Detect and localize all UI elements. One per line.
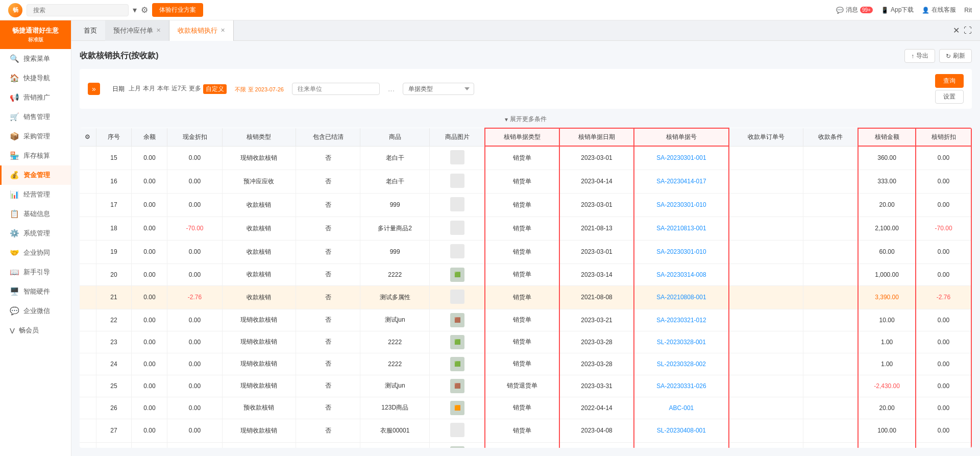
td-goods-img (430, 170, 485, 193)
th-settings[interactable]: ⚙ (80, 128, 96, 146)
user-name[interactable]: Rit (964, 7, 972, 14)
td-receipt-order-no (729, 240, 803, 263)
table-row: 18 0.00 -70.00 收款核销 否 多计量商品2 销货单 2021-08… (80, 217, 971, 240)
filter-date-7days[interactable]: 近7天 (172, 84, 187, 94)
td-included: 否 (296, 263, 360, 285)
sidebar-item-marketing[interactable]: 📢 营销推广 (0, 88, 71, 107)
sales-icon: 🛒 (10, 112, 19, 122)
refresh-button[interactable]: ↻ 刷新 (939, 49, 972, 63)
query-button[interactable]: 查询 (935, 74, 964, 88)
td-bill-type: 销货单 (485, 193, 559, 217)
service-icon: 👤 (922, 7, 929, 14)
filter-date-this-year[interactable]: 本年 (157, 84, 169, 94)
td-no: 16 (96, 170, 132, 193)
td-receipt-order-no (729, 170, 803, 193)
td-writeoff-discount: 0.00 (916, 419, 971, 442)
filter-toggle-button[interactable]: » (88, 83, 100, 95)
sidebar-item-enterprise[interactable]: 🤝 企业协同 (0, 243, 71, 262)
sidebar-item-label: 基础信息 (23, 209, 50, 219)
td-balance: 0.00 (132, 170, 167, 193)
export-button[interactable]: ↑ 导出 (904, 49, 935, 63)
sidebar-item-guide[interactable]: 📖 新手引导 (0, 262, 71, 282)
bill-no-link[interactable]: SA-20230414-017 (656, 178, 706, 185)
td-writeoff-discount: 0.00 (916, 331, 971, 353)
td-receipt-condition (803, 353, 858, 375)
bill-no-link[interactable]: SA-20230301-001 (656, 154, 706, 161)
filter-billtype-section: 单据类型 (403, 83, 474, 95)
bill-no-link[interactable]: SA-20210808-001 (656, 294, 706, 301)
filter-date-custom[interactable]: 自定义 (203, 84, 227, 94)
expand-more-conditions[interactable]: ▾ 展开更多条件 (80, 113, 972, 126)
filter-date-last-month[interactable]: 上月 (129, 84, 141, 94)
td-settings (80, 419, 96, 442)
sidebar-item-sales[interactable]: 🛒 销售管理 (0, 107, 71, 127)
td-writeoff-amount: 1.00 (858, 331, 916, 353)
bill-no-link[interactable]: SA-20230331-026 (656, 382, 706, 390)
tab-prepay[interactable]: 预付冲应付单 ✕ (105, 20, 169, 41)
app-download-button[interactable]: 📱 App下载 (881, 6, 914, 14)
finance-icon: 💰 (10, 171, 19, 180)
td-included: 否 (296, 146, 360, 170)
bill-no-link[interactable]: SA-20230301-010 (656, 201, 706, 208)
sidebar-item-inventory[interactable]: 🏪 库存核算 (0, 146, 71, 165)
table-row: 20 0.00 0.00 收款核销 否 2222 🟩 销货单 2023-03-1… (80, 263, 971, 285)
td-writeoff-type: 现销收款核销 (222, 309, 296, 331)
bill-no-link[interactable]: ABC-001 (669, 404, 694, 412)
chevron-down-icon[interactable]: ▾ (133, 5, 137, 15)
td-cash-discount: -2.76 (167, 285, 222, 309)
td-receipt-condition (803, 285, 858, 309)
sidebar-item-search[interactable]: 🔍 搜索菜单 (0, 49, 71, 68)
page-actions: ↑ 导出 ↻ 刷新 (904, 49, 972, 63)
td-receipt-condition (803, 419, 858, 442)
solution-button[interactable]: 体验行业方案 (152, 3, 203, 17)
filter-billtype-select[interactable]: 单据类型 (403, 83, 474, 95)
td-writeoff-amount: -2,430.00 (858, 375, 916, 397)
close-all-tabs-button[interactable]: ✕ (953, 26, 960, 35)
message-button[interactable]: 💬 消息 99+ (836, 6, 873, 14)
tab-receive-label: 收款核销执行 (178, 26, 217, 35)
search-input[interactable] (27, 4, 129, 16)
td-included: 否 (296, 285, 360, 309)
sidebar-item-purchase[interactable]: 📦 采购管理 (0, 127, 71, 146)
filter-date-links: 上月 本月 本年 近7天 更多 自定义 (129, 84, 227, 94)
bill-no-link[interactable]: SA-20230301-010 (656, 248, 706, 255)
sidebar-item-label: 营销推广 (23, 93, 50, 102)
tab-receive-close[interactable]: ✕ (220, 27, 225, 34)
sidebar-item-operation[interactable]: 📊 经营管理 (0, 185, 71, 204)
th-goods: 商品 (360, 128, 430, 146)
gear-icon[interactable]: ⚙ (141, 5, 148, 15)
expand-window-button[interactable]: ⛶ (964, 26, 972, 35)
sidebar-item-system[interactable]: ⚙️ 系统管理 (0, 224, 71, 243)
td-receipt-condition (803, 442, 858, 448)
td-settings (80, 217, 96, 240)
td-goods: 2222 (360, 353, 430, 375)
sidebar-item-hardware[interactable]: 🖥️ 智能硬件 (0, 282, 71, 301)
sidebar-item-vip[interactable]: V 畅会员 (0, 321, 71, 340)
vip-icon: V (10, 326, 15, 335)
bill-no-link[interactable]: SL-20230408-001 (657, 427, 706, 434)
td-writeoff-type: 收款核销 (222, 193, 296, 217)
online-service-button[interactable]: 👤 在线客服 (922, 6, 956, 14)
bill-no-link[interactable]: SA-20230314-008 (656, 271, 706, 278)
bill-no-link[interactable]: SL-20230328-002 (657, 361, 706, 368)
bill-no-link[interactable]: SA-20230321-012 (656, 317, 706, 324)
filter-date-this-month[interactable]: 本月 (143, 84, 155, 94)
setting-button[interactable]: 设置 (935, 90, 964, 104)
tab-home[interactable]: 首页 (76, 20, 105, 41)
filter-date-more[interactable]: 更多 (189, 84, 201, 94)
bill-no-link[interactable]: SA-20210813-001 (656, 225, 706, 232)
sidebar-item-quick[interactable]: 🏠 快捷导航 (0, 68, 71, 88)
filter-unit-input[interactable] (292, 83, 380, 95)
td-no: 23 (96, 331, 132, 353)
tab-receive[interactable]: 收款核销执行 ✕ (169, 20, 234, 41)
purchase-icon: 📦 (10, 132, 19, 141)
td-receipt-order-no (729, 193, 803, 217)
td-balance: 0.00 (132, 442, 167, 448)
sidebar-item-wechat[interactable]: 💬 企业微信 (0, 301, 71, 321)
sidebar-item-basic[interactable]: 📋 基础信息 (0, 204, 71, 224)
sidebar-item-finance[interactable]: 💰 资金管理 (0, 165, 71, 185)
td-balance: 0.00 (132, 240, 167, 263)
bill-no-link[interactable]: SL-20230328-001 (657, 339, 706, 346)
tab-prepay-close[interactable]: ✕ (156, 27, 161, 34)
td-writeoff-amount: 20.00 (858, 193, 916, 217)
